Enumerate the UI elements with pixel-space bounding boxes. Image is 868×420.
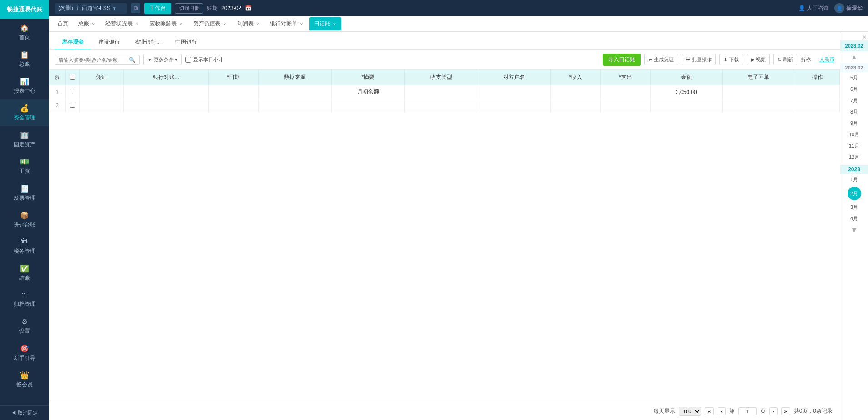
date-panel-nav-up[interactable]: ▲ bbox=[849, 51, 860, 63]
user-service[interactable]: 👤 人工咨询 bbox=[798, 5, 829, 12]
sidebar-item-sales[interactable]: 📦 进销台账 bbox=[0, 207, 49, 233]
date-panel-close-btn[interactable]: × bbox=[863, 34, 866, 40]
search-input[interactable] bbox=[59, 57, 127, 63]
row1-check[interactable] bbox=[65, 85, 79, 99]
date-month-2023-3[interactable]: 3月 bbox=[840, 202, 868, 213]
tab-ledger[interactable]: 总账 × bbox=[74, 17, 100, 30]
tab-journal[interactable]: 日记账 × bbox=[309, 17, 341, 30]
copy-button[interactable]: ⧉ bbox=[131, 3, 140, 13]
row2-check[interactable] bbox=[65, 99, 79, 112]
sidebar-item-reports[interactable]: 📊 报表中心 bbox=[0, 73, 49, 99]
tab-bank-close[interactable]: × bbox=[299, 21, 304, 27]
prev-page-btn[interactable]: ‹ bbox=[718, 407, 726, 415]
sidebar-item-vip[interactable]: 👑 畅会员 bbox=[0, 366, 49, 393]
filter-button[interactable]: ▼ 更多条件 ▾ bbox=[143, 54, 182, 65]
show-daily-checkbox-label[interactable]: 显示本日小计 bbox=[185, 56, 223, 63]
page-input[interactable] bbox=[738, 407, 757, 415]
sidebar-item-assets[interactable]: 🏢 固定资产 bbox=[0, 126, 49, 153]
currency-value-text[interactable]: 人民币 bbox=[819, 56, 834, 63]
gear-icon[interactable]: ⚙ bbox=[54, 74, 60, 81]
tab-balance[interactable]: 资产负债表 × bbox=[189, 17, 231, 30]
username-label: 徐湿华 bbox=[846, 5, 863, 12]
tab-operation-label: 经营状况表 bbox=[105, 20, 133, 28]
date-month-6[interactable]: 6月 bbox=[840, 84, 868, 95]
calendar-icon[interactable]: 📅 bbox=[245, 5, 252, 11]
old-version-button[interactable]: 切到旧版 bbox=[175, 3, 203, 14]
company-selector[interactable]: (勿删）江西超宝-LSS ▼ bbox=[55, 3, 127, 14]
page-body: 库存现金 建设银行 农业银行... 中国银行 🔍 ▼ bbox=[49, 32, 868, 420]
first-page-btn[interactable]: « bbox=[705, 407, 714, 415]
sidebar-item-ledger[interactable]: 📋 总账 bbox=[0, 46, 49, 73]
user-info[interactable]: 👤 徐湿华 bbox=[834, 3, 863, 13]
th-settings[interactable]: ⚙ bbox=[49, 70, 65, 85]
sidebar-label-assets: 固定资产 bbox=[14, 141, 35, 148]
tab-ledger-close[interactable]: × bbox=[91, 21, 95, 27]
date-month-11[interactable]: 11月 bbox=[840, 140, 868, 152]
last-page-btn[interactable]: » bbox=[781, 407, 790, 415]
tab-receivable[interactable]: 应收账龄表 × bbox=[145, 17, 188, 30]
sidebar-item-tax[interactable]: 🏛 税务管理 bbox=[0, 233, 49, 260]
date-panel-year-2023-top: 2023.02 bbox=[840, 40, 868, 51]
batch-ops-button[interactable]: ☰ 批量操作 bbox=[682, 54, 716, 65]
search-icon[interactable]: 🔍 bbox=[129, 57, 135, 63]
headset-icon: 👤 bbox=[798, 5, 805, 11]
search-box[interactable]: 🔍 bbox=[55, 55, 140, 65]
sidebar-item-finance[interactable]: 💰 资金管理 bbox=[0, 99, 49, 126]
date-panel-nav-down[interactable]: ▼ bbox=[849, 224, 860, 236]
row2-balance bbox=[651, 99, 722, 112]
sidebar-collapse-btn[interactable]: ◀ 取消固定 bbox=[0, 405, 49, 420]
per-page-select[interactable]: 100 bbox=[679, 407, 701, 416]
th-checkbox[interactable] bbox=[65, 70, 79, 85]
sidebar-item-home[interactable]: 🏠 首页 bbox=[0, 19, 49, 46]
sidebar-item-archive[interactable]: 🗂 归档管理 bbox=[0, 287, 49, 313]
select-all-checkbox[interactable] bbox=[70, 74, 75, 80]
date-month-7[interactable]: 7月 bbox=[840, 95, 868, 106]
date-month-12[interactable]: 12月 bbox=[840, 152, 868, 163]
date-month-10[interactable]: 10月 bbox=[840, 129, 868, 140]
row2-checkbox[interactable] bbox=[70, 102, 75, 108]
closing-icon: ✅ bbox=[20, 264, 29, 273]
tab-bank[interactable]: 银行对账单 × bbox=[265, 17, 308, 30]
sub-tab-china[interactable]: 中国银行 bbox=[168, 35, 205, 49]
date-month-2023-2-wrap[interactable]: 2月 bbox=[840, 186, 868, 201]
row2-summary bbox=[331, 99, 404, 112]
tab-journal-close[interactable]: × bbox=[332, 21, 337, 27]
sidebar-item-guide[interactable]: 🎯 新手引导 bbox=[0, 340, 49, 366]
sidebar-item-settings[interactable]: ⚙ 设置 bbox=[0, 313, 49, 340]
workbench-button[interactable]: 工作台 bbox=[144, 3, 171, 14]
sub-tab-cash[interactable]: 库存现金 bbox=[55, 35, 91, 49]
next-page-btn[interactable]: › bbox=[769, 407, 778, 415]
date-month-9[interactable]: 9月 bbox=[840, 118, 868, 129]
tab-balance-close[interactable]: × bbox=[222, 21, 227, 27]
tab-home[interactable]: 首页 bbox=[53, 17, 73, 30]
sidebar-item-closing[interactable]: ✅ 结账 bbox=[0, 260, 49, 287]
date-month-2023-2[interactable]: 2月 bbox=[848, 187, 861, 200]
tab-operation-close[interactable]: × bbox=[135, 21, 139, 27]
sub-tab-agricultural[interactable]: 农业银行... bbox=[127, 35, 168, 49]
tab-profit-close[interactable]: × bbox=[255, 21, 260, 27]
sidebar-item-invoice[interactable]: 🧾 发票管理 bbox=[0, 180, 49, 207]
date-month-2023-4[interactable]: 4月 bbox=[840, 213, 868, 224]
refresh-icon: ↻ bbox=[778, 57, 782, 63]
date-month-5[interactable]: 5月 bbox=[840, 72, 868, 84]
date-month-2023-1[interactable]: 1月 bbox=[840, 174, 868, 185]
download-button[interactable]: ⬇ 下载 bbox=[719, 54, 743, 65]
sidebar-label-closing: 结账 bbox=[19, 274, 30, 282]
import-button[interactable]: 导入日记账 bbox=[603, 54, 641, 66]
generate-voucher-button[interactable]: ↩ 生成凭证 bbox=[644, 54, 678, 65]
sidebar-item-salary[interactable]: 💵 工资 bbox=[0, 153, 49, 180]
date-panel-year-2023-label: 2023 bbox=[840, 165, 868, 174]
video-button[interactable]: ▶ 视频 bbox=[747, 54, 770, 65]
reports-icon: 📊 bbox=[20, 77, 29, 86]
date-month-8[interactable]: 8月 bbox=[840, 106, 868, 118]
refresh-button[interactable]: ↻ 刷新 bbox=[773, 54, 797, 65]
tab-receivable-close[interactable]: × bbox=[179, 21, 183, 27]
row1-checkbox[interactable] bbox=[70, 89, 75, 94]
tab-profit[interactable]: 利润表 × bbox=[233, 17, 264, 30]
settings-icon: ⚙ bbox=[21, 317, 28, 326]
show-daily-checkbox[interactable] bbox=[185, 57, 191, 63]
tab-home-label: 首页 bbox=[57, 20, 68, 28]
row2-expense bbox=[601, 99, 651, 112]
tab-operation[interactable]: 经营状况表 × bbox=[101, 17, 144, 30]
sub-tab-construction[interactable]: 建设银行 bbox=[91, 35, 127, 49]
